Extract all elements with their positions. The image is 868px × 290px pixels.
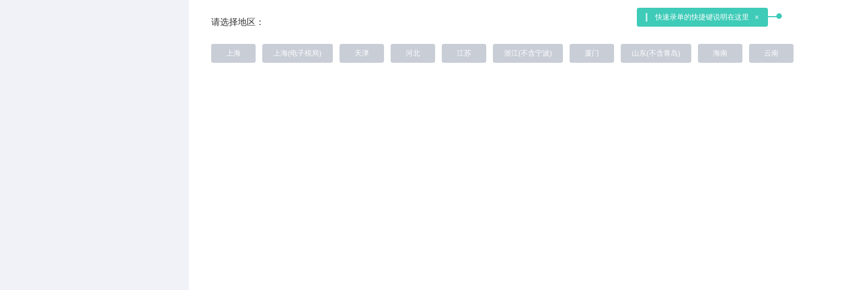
region-button-shanghai-etax[interactable]: 上海(电子税局) <box>262 44 333 63</box>
main-content: 请选择地区： 上海上海(电子税局)天津河北江苏浙江(不含宁波)厦门山东(不含青岛… <box>189 0 868 290</box>
region-button-shandong[interactable]: 山东(不含青岛) <box>621 44 691 63</box>
region-button-shanghai[interactable]: 上海 <box>211 44 256 63</box>
region-button-zhejiang[interactable]: 浙江(不含宁波) <box>493 44 563 63</box>
region-button-xiamen[interactable]: 厦门 <box>570 44 614 63</box>
tooltip-close-button[interactable]: × <box>755 13 759 22</box>
region-button-yunnan[interactable]: 云南 <box>749 44 794 63</box>
region-button-jiangsu[interactable]: 江苏 <box>442 44 486 63</box>
region-buttons-container: 上海上海(电子税局)天津河北江苏浙江(不含宁波)厦门山东(不含青岛)海南云南 <box>211 44 846 63</box>
region-button-hainan[interactable]: 海南 <box>698 44 742 63</box>
region-button-tianjin[interactable]: 天津 <box>340 44 384 63</box>
left-sidebar <box>0 0 189 290</box>
tooltip-text: 快速录单的快捷键说明在这里 <box>655 12 749 22</box>
tooltip-connector-dot <box>776 13 782 19</box>
tooltip-banner: 快速录单的快捷键说明在这里 × <box>637 8 768 27</box>
region-button-hebei[interactable]: 河北 <box>391 44 435 63</box>
